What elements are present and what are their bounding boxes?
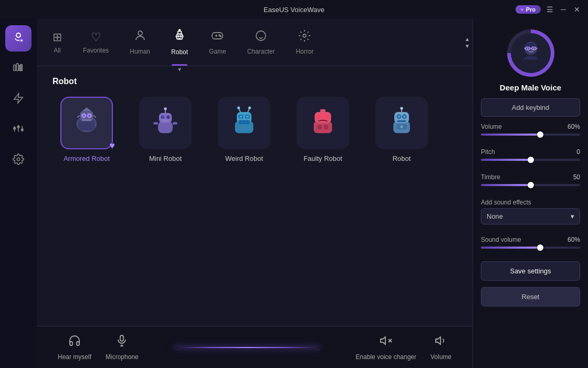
minimize-button[interactable]: ─	[559, 5, 568, 14]
microphone-plus-icon	[12, 31, 25, 46]
svg-point-56	[237, 107, 240, 109]
hear-myself-button[interactable]: Hear myself	[58, 334, 91, 361]
volume-button[interactable]: Volume	[430, 334, 452, 361]
voice-name-faulty-robot: Faulty Robot	[303, 155, 342, 162]
tab-human[interactable]: Human	[119, 19, 161, 66]
expand-arrow[interactable]: ▾	[178, 66, 181, 73]
timbre-slider-fill	[481, 184, 531, 186]
svg-point-15	[17, 158, 20, 161]
waveform-line	[174, 347, 321, 348]
voice-section: Robot	[37, 66, 472, 326]
titlebar: EaseUS VoiceWave Pro ☰ ─ ✕	[0, 0, 588, 19]
svg-rect-74	[320, 109, 326, 112]
sound-volume-slider-fill	[481, 247, 540, 249]
sidebar-item-equalizer[interactable]	[5, 117, 32, 143]
svg-point-23	[179, 29, 180, 30]
svg-rect-83	[397, 120, 406, 122]
lightning-icon	[13, 93, 24, 107]
sidebar-item-soundboard[interactable]	[5, 56, 32, 82]
voice-name-mini-robot: Mini Robot	[149, 155, 182, 162]
svg-point-14	[22, 129, 24, 131]
voice-name-robot: Robot	[393, 155, 411, 162]
voice-changer-button[interactable]: Enable voice changer	[356, 334, 416, 361]
tab-robot-label: Robot	[171, 48, 188, 56]
svg-rect-68	[318, 125, 322, 130]
sound-volume-slider-thumb[interactable]	[537, 244, 543, 251]
svg-point-49	[167, 116, 170, 118]
sound-volume-slider-row: Sound volume 60%	[481, 236, 580, 243]
voice-name-weird-robot: Weird Robot	[225, 155, 263, 162]
svg-point-19	[178, 36, 179, 37]
pro-badge[interactable]: Pro	[516, 5, 541, 14]
tab-all-label: All	[54, 47, 60, 54]
equalizer-icon	[13, 123, 24, 137]
sound-volume-slider-section: Sound volume 60%	[481, 236, 580, 255]
volume-slider-fill	[481, 134, 540, 136]
category-tabs: ⊞ All ♡ Favorites Human	[37, 19, 472, 66]
menu-button[interactable]: ☰	[545, 5, 554, 14]
close-icon: ✕	[574, 5, 580, 14]
voice-card-mini-robot[interactable]: Mini Robot	[131, 97, 200, 162]
volume-slider-thumb[interactable]	[537, 131, 543, 138]
scroll-up-icon: ▲	[465, 36, 470, 42]
favorites-icon: ♡	[91, 30, 101, 44]
svg-point-20	[180, 36, 181, 37]
svg-point-100	[533, 48, 534, 49]
svg-point-81	[398, 116, 400, 118]
volume-slider-track[interactable]	[481, 134, 580, 136]
tab-human-label: Human	[130, 48, 150, 55]
sound-volume-slider-track[interactable]	[481, 247, 580, 249]
character-icon	[255, 29, 267, 45]
pitch-slider-row: Pitch 0	[481, 148, 580, 156]
pitch-slider-track[interactable]	[481, 159, 580, 161]
tab-all[interactable]: ⊞ All	[42, 19, 72, 66]
reset-button[interactable]: Reset	[481, 287, 580, 306]
sound-volume-slider-label: Sound volume	[481, 236, 521, 243]
pitch-slider-thumb[interactable]	[528, 157, 534, 163]
timbre-slider-track[interactable]	[481, 184, 580, 186]
voice-card-robot[interactable]: Robot	[368, 97, 436, 162]
tab-horror[interactable]: Horror	[285, 19, 324, 66]
svg-rect-4	[14, 65, 16, 70]
svg-rect-5	[16, 63, 18, 70]
voice-card-armored-robot[interactable]: ♥ Armored Robot	[52, 97, 121, 162]
svg-rect-43	[159, 113, 172, 123]
voice-avatar-mini-robot	[139, 97, 192, 149]
tab-character[interactable]: Character	[237, 19, 286, 66]
main-layout: ⊞ All ♡ Favorites Human	[0, 19, 588, 368]
tab-game[interactable]: Game	[198, 19, 237, 66]
minimize-icon: ─	[561, 5, 566, 14]
svg-rect-51	[173, 122, 177, 124]
tab-favorites[interactable]: ♡ Favorites	[72, 19, 119, 66]
save-settings-button[interactable]: Save settings	[481, 261, 580, 281]
svg-marker-40	[82, 107, 91, 111]
svg-point-45	[164, 107, 166, 110]
close-button[interactable]: ✕	[572, 5, 582, 14]
scroll-arrows[interactable]: ▲ ▼	[465, 36, 470, 49]
sound-effects-dropdown[interactable]: None ▾	[481, 208, 580, 224]
svg-rect-50	[153, 122, 158, 124]
voice-title: Deep Male Voice	[500, 83, 561, 92]
voice-card-faulty-robot[interactable]: Faulty Robot	[289, 97, 357, 162]
hear-myself-label: Hear myself	[58, 353, 91, 361]
svg-point-82	[403, 116, 405, 118]
tab-robot[interactable]: Robot ▾	[161, 19, 198, 66]
tab-game-label: Game	[209, 48, 226, 55]
timbre-slider-thumb[interactable]	[528, 182, 534, 188]
soundboard-icon	[13, 62, 24, 76]
sidebar-item-voice-changer[interactable]	[5, 25, 32, 52]
sidebar-item-studio[interactable]	[5, 86, 32, 113]
voice-avatar-robot	[375, 97, 428, 149]
microphone-button[interactable]: Microphone	[106, 334, 139, 361]
voice-card-weird-robot[interactable]: Weird Robot	[210, 97, 278, 162]
tab-character-label: Character	[247, 48, 275, 55]
volume-slider-value: 60%	[568, 123, 580, 130]
add-keybind-button[interactable]: Add keybind	[481, 98, 580, 117]
pitch-slider-value: 0	[576, 148, 580, 156]
svg-rect-86	[120, 335, 123, 341]
svg-point-16	[138, 31, 142, 35]
content-area: ⊞ All ♡ Favorites Human	[37, 19, 472, 368]
all-icon: ⊞	[52, 30, 62, 44]
svg-rect-60	[239, 116, 242, 118]
sidebar-item-settings[interactable]	[5, 147, 32, 173]
